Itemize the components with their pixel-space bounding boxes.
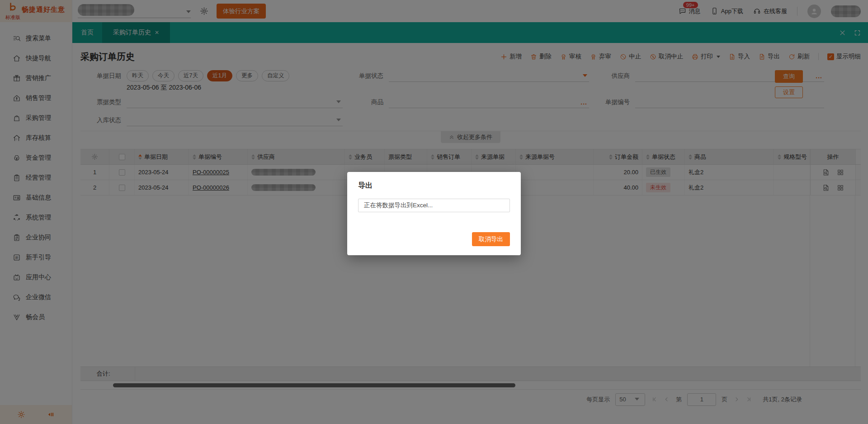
export-dialog-title: 导出	[358, 181, 510, 191]
app-window: 畅捷通好生意 标准版 搜索菜单 快捷导航 营销推广 销售管理 采购管理 库存核算…	[0, 0, 868, 424]
export-progress-box: 正在将数据导出到Excel...	[358, 199, 510, 212]
cancel-export-button[interactable]: 取消导出	[472, 232, 510, 246]
export-progress-text: 正在将数据导出到Excel...	[364, 201, 433, 210]
export-dialog: 导出 正在将数据导出到Excel... 取消导出	[347, 172, 521, 255]
